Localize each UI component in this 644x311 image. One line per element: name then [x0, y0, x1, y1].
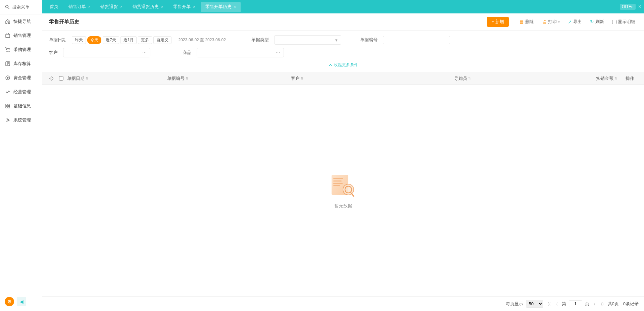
collapse-sidebar-button[interactable]: ◀ [17, 297, 26, 306]
sort-guide-icon[interactable]: ⇅ [468, 76, 471, 80]
sidebar-item-operations[interactable]: 经营管理 [0, 85, 42, 99]
sort-date-icon[interactable]: ⇅ [86, 76, 88, 80]
goods-dots[interactable]: ··· [276, 50, 280, 56]
sidebar-item-inventory[interactable]: 库存核算 [0, 57, 42, 71]
tab-retail-history-close[interactable]: × [234, 5, 236, 9]
th-date-label: 单据日期 [67, 75, 85, 82]
customer-label: 客户 [49, 50, 58, 56]
sidebar-item-label: 销售管理 [13, 33, 31, 39]
th-settings[interactable] [46, 76, 56, 81]
refresh-button[interactable]: ↻ 刷新 [588, 17, 606, 26]
tab-sales-order[interactable]: 销售订单 × [64, 2, 95, 12]
goods-input[interactable]: ··· [197, 48, 284, 57]
last-page-button[interactable]: ⟩⟩ [599, 301, 605, 307]
sidebar-item-finance[interactable]: 资金管理 [0, 71, 42, 85]
display-checkbox[interactable] [612, 20, 616, 24]
date-btn-custom[interactable]: 自定义 [153, 36, 171, 44]
refresh-label: 刷新 [595, 19, 604, 25]
tab-sales-return-close[interactable]: × [120, 5, 122, 9]
sales-icon [5, 33, 11, 39]
date-btn-last7[interactable]: 近7天 [103, 36, 119, 44]
svg-point-12 [51, 78, 52, 79]
dropdown-arrow-icon: ▾ [335, 38, 338, 43]
th-num-label: 单据编号 [167, 75, 185, 82]
sidebar-item-label: 基础信息 [13, 103, 31, 109]
select-all-checkbox[interactable] [59, 76, 63, 81]
sidebar-item-basic-info[interactable]: 基础信息 [0, 99, 42, 113]
customer-input[interactable]: ··· [63, 48, 150, 57]
sidebar-item-sales[interactable]: 销售管理 [0, 29, 42, 43]
tab-sales-return-history-close[interactable]: × [161, 5, 163, 9]
per-page-select[interactable]: 50 10 20 100 [526, 300, 543, 308]
sidebar-item-quick-nav[interactable]: 快捷导航 [0, 14, 42, 29]
svg-point-3 [7, 51, 7, 52]
th-op: 操作 [620, 75, 640, 82]
customer-dots[interactable]: ··· [142, 50, 147, 56]
tab-sales-return-history[interactable]: 销货退货历史 × [128, 2, 168, 12]
basic-info-icon [5, 103, 11, 109]
tab-retail-open[interactable]: 零售开单 × [168, 2, 200, 12]
svg-rect-7 [6, 104, 7, 106]
svg-rect-15 [333, 180, 342, 182]
th-num[interactable]: 单据编号 ⇅ [164, 75, 288, 82]
per-page-label: 每页显示 [506, 301, 523, 307]
date-label: 单据日期 [49, 37, 66, 43]
svg-rect-16 [333, 183, 343, 184]
export-icon: ↗ [568, 19, 572, 24]
tab-bar-right: OfTEn × [620, 4, 641, 10]
delete-button[interactable]: 🗑 删除 [517, 17, 536, 26]
tab-sales-return-history-label: 销货退货历史 [133, 4, 159, 10]
sidebar-item-purchase[interactable]: 采购管理 [0, 43, 42, 57]
tab-sales-order-close[interactable]: × [88, 5, 90, 9]
sort-num-icon[interactable]: ⇅ [186, 76, 188, 80]
add-button[interactable]: + 新增 [487, 17, 509, 27]
date-btn-today[interactable]: 今天 [87, 36, 101, 44]
display-button[interactable]: 显示明细 [610, 17, 637, 26]
export-button[interactable]: ↗ 导出 [566, 17, 584, 26]
sidebar-item-system[interactable]: 系统管理 [0, 113, 42, 127]
th-checkbox[interactable] [56, 76, 64, 81]
gear-button[interactable]: ⚙ [5, 297, 14, 306]
sidebar-search[interactable]: 搜索采单 [0, 0, 42, 14]
table-body: 暂无数据 [42, 85, 644, 296]
th-customer[interactable]: 客户 ⇅ [288, 75, 451, 82]
svg-rect-9 [6, 106, 7, 108]
first-page-button[interactable]: ⟨⟨ [546, 301, 552, 307]
next-page-button[interactable]: ⟩ [592, 301, 596, 307]
delete-icon: 🗑 [519, 19, 524, 24]
date-btn-more[interactable]: 更多 [138, 36, 152, 44]
doc-num-input[interactable] [383, 36, 450, 44]
th-date[interactable]: 单据日期 ⇅ [64, 75, 164, 82]
th-guide[interactable]: 导购员 ⇅ [451, 75, 536, 82]
collapse-more-btn[interactable]: 收起更多条件 [49, 61, 637, 69]
tab-bar: 首页 销售订单 × 销货退货 × 销货退货历史 × 零售开单 × 零售开单历史 … [42, 0, 644, 13]
window-close-button[interactable]: × [638, 4, 641, 10]
page-number-input[interactable] [569, 300, 582, 307]
date-btn-last-month[interactable]: 近1月 [120, 36, 137, 44]
date-btn-yesterday[interactable]: 昨天 [72, 36, 86, 44]
sort-customer-icon[interactable]: ⇅ [301, 76, 303, 80]
tab-retail-history[interactable]: 零售开单历史 × [201, 2, 241, 12]
tab-home[interactable]: 首页 [45, 2, 63, 12]
collapse-label: 收起更多条件 [334, 62, 358, 68]
th-amount[interactable]: 实销金额 ⇅ [536, 75, 620, 82]
print-button[interactable]: 🖨 打印 ▾ [540, 17, 562, 26]
svg-rect-8 [8, 104, 10, 106]
goods-label: 商品 [183, 50, 191, 56]
sort-amount-icon[interactable]: ⇅ [614, 76, 617, 80]
prev-page-button[interactable]: ⟨ [555, 301, 559, 307]
doc-type-select[interactable]: ▾ [274, 35, 341, 45]
page-title: 零售开单历史 [49, 19, 79, 25]
filter-area: 单据日期 昨天 今天 近7天 近1月 更多 自定义 2023-06-02 至 2… [42, 31, 644, 72]
main-area: 首页 销售订单 × 销货退货 × 销货退货历史 × 零售开单 × 零售开单历史 … [42, 0, 644, 311]
th-customer-label: 客户 [291, 75, 300, 82]
svg-rect-2 [6, 34, 10, 38]
tab-retail-open-label: 零售开单 [173, 4, 191, 10]
tab-sales-return[interactable]: 销货退货 × [96, 2, 127, 12]
sidebar-item-label: 经营管理 [13, 89, 31, 95]
print-dropdown-icon[interactable]: ▾ [558, 20, 560, 24]
page-label-suffix: 页 [585, 301, 589, 307]
tab-retail-open-close[interactable]: × [193, 5, 195, 9]
purchase-icon [5, 47, 11, 53]
filter-row-1: 单据日期 昨天 今天 近7天 近1月 更多 自定义 2023-06-02 至 2… [49, 35, 637, 45]
